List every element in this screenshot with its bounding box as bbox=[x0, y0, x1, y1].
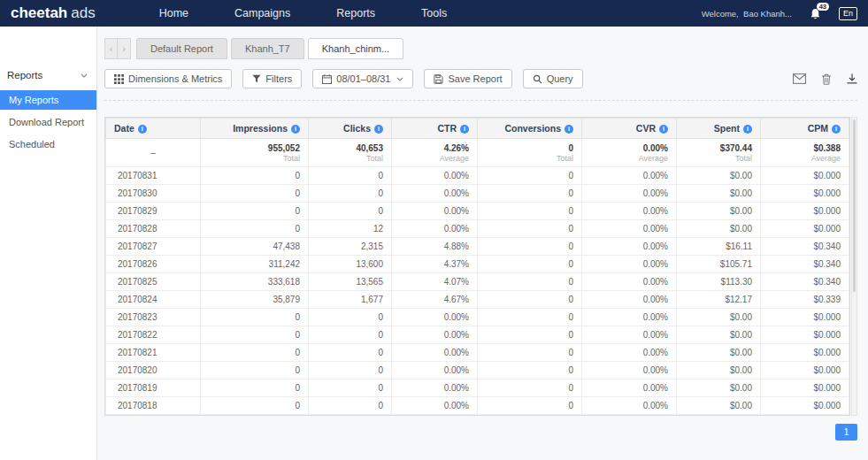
value-cell: 0.00% bbox=[392, 362, 478, 380]
date-cell: 20170822 bbox=[106, 326, 201, 344]
email-report-icon[interactable] bbox=[793, 73, 806, 84]
tab-scroll-left-icon[interactable]: ‹ bbox=[104, 38, 118, 59]
notifications-bell-icon[interactable]: 43 bbox=[810, 8, 821, 19]
table-row: 20170818000.00%00.00%$0.00$0.000 bbox=[106, 397, 849, 415]
tab-default-report[interactable]: Default Report bbox=[136, 38, 227, 59]
info-icon[interactable]: i bbox=[565, 125, 573, 134]
table-row: 20170826311,24213,6004.37%00.00%$105.71$… bbox=[106, 256, 849, 273]
delete-report-icon[interactable] bbox=[821, 73, 832, 85]
language-selector[interactable]: En bbox=[839, 7, 857, 20]
sidebar-section-reports[interactable]: Reports bbox=[0, 65, 96, 85]
value-cell: 0 bbox=[478, 380, 582, 397]
nav-reports[interactable]: Reports bbox=[336, 7, 375, 19]
nav-home[interactable]: Home bbox=[159, 7, 188, 19]
info-icon[interactable]: i bbox=[374, 125, 383, 134]
value-cell: 0.00% bbox=[582, 291, 677, 309]
column-header-cvr[interactable]: CVRi bbox=[582, 119, 677, 139]
column-header-conversions[interactable]: Conversionsi bbox=[478, 119, 582, 139]
table-row: 20170822000.00%00.00%$0.00$0.000 bbox=[106, 326, 849, 344]
calendar-icon bbox=[322, 74, 332, 84]
download-report-icon[interactable] bbox=[847, 73, 857, 84]
value-cell: $0.00 bbox=[677, 309, 761, 326]
value-cell: $0.00 bbox=[677, 397, 761, 415]
value-cell: 0.00% bbox=[582, 309, 677, 326]
column-header-ctr[interactable]: CTRi bbox=[392, 119, 478, 139]
tab-khanh-chinm[interactable]: Khanh_chinm... bbox=[308, 38, 403, 59]
value-cell: 4.07% bbox=[392, 273, 478, 291]
info-icon[interactable]: i bbox=[659, 125, 668, 134]
column-label: Impressions bbox=[233, 123, 288, 134]
value-cell: 35,879 bbox=[201, 291, 309, 309]
nav-tools[interactable]: Tools bbox=[421, 7, 447, 19]
value-cell: 0 bbox=[309, 185, 392, 203]
value-cell: 13,565 bbox=[309, 273, 392, 291]
date-cell: 20170829 bbox=[106, 203, 201, 220]
value-cell: 0 bbox=[309, 203, 392, 220]
brand-bold: cheetah bbox=[11, 4, 67, 21]
value-cell: 0.00% bbox=[582, 326, 677, 344]
value-cell: 0 bbox=[201, 380, 309, 397]
value-cell: 0 bbox=[201, 203, 309, 220]
info-icon[interactable]: i bbox=[460, 125, 469, 134]
value-cell: 0 bbox=[478, 203, 582, 220]
info-icon[interactable]: i bbox=[138, 125, 147, 134]
tab-scroll-right-icon[interactable]: › bbox=[118, 38, 131, 59]
value-cell: $0.000 bbox=[761, 309, 849, 326]
summary-value: $0.388 bbox=[769, 143, 841, 153]
save-report-label: Save Report bbox=[448, 73, 502, 84]
value-cell: $0.00 bbox=[677, 167, 761, 185]
tab-khanh-t7[interactable]: Khanh_T7 bbox=[231, 38, 304, 59]
column-header-clicks[interactable]: Clicksi bbox=[309, 119, 392, 139]
brand-logo[interactable]: cheetahads bbox=[11, 4, 96, 22]
nav-campaigns[interactable]: Campaigns bbox=[234, 7, 290, 19]
value-cell: $0.00 bbox=[677, 362, 761, 380]
table-row: 20170821000.00%00.00%$0.00$0.000 bbox=[106, 344, 849, 362]
value-cell: $0.000 bbox=[761, 220, 849, 238]
info-icon[interactable]: i bbox=[743, 125, 752, 134]
value-cell: $0.000 bbox=[761, 185, 849, 203]
vertical-scrollbar[interactable] bbox=[851, 117, 857, 416]
value-cell: $16.11 bbox=[677, 238, 761, 256]
summary-date-cell: – bbox=[106, 139, 201, 167]
page-1-button[interactable]: 1 bbox=[835, 424, 857, 441]
summary-cell: 0.00%Average bbox=[582, 139, 677, 167]
sidebar-item-my-reports[interactable]: My Reports bbox=[0, 90, 96, 110]
value-cell: 0.00% bbox=[582, 362, 677, 380]
page-layout: Reports My Reports Download Report Sched… bbox=[0, 27, 868, 460]
sidebar-item-scheduled[interactable]: Scheduled bbox=[0, 134, 96, 154]
summary-value: 40,653 bbox=[317, 143, 383, 153]
value-cell: 0 bbox=[201, 397, 309, 415]
column-label: Clicks bbox=[343, 123, 371, 134]
sidebar-item-download-report[interactable]: Download Report bbox=[0, 112, 96, 132]
dimensions-metrics-button[interactable]: Dimensions & Metrics bbox=[104, 69, 232, 88]
table-row: 20170830000.00%00.00%$0.00$0.000 bbox=[106, 185, 849, 203]
summary-aggregation-label: Average bbox=[590, 154, 668, 163]
value-cell: 0 bbox=[478, 344, 582, 362]
report-table-zone: DateiImpressionsiClicksiCTRiConversionsi… bbox=[104, 117, 857, 416]
filters-button[interactable]: Filters bbox=[242, 69, 302, 88]
column-header-date[interactable]: Datei bbox=[106, 119, 201, 139]
column-header-cpm[interactable]: CPMi bbox=[761, 119, 849, 139]
query-button[interactable]: Query bbox=[523, 69, 583, 88]
value-cell: 0 bbox=[201, 326, 309, 344]
value-cell: $12.17 bbox=[677, 291, 761, 309]
column-header-impressions[interactable]: Impressionsi bbox=[201, 119, 309, 139]
scrollbar-thumb[interactable] bbox=[853, 119, 856, 292]
value-cell: $0.000 bbox=[761, 397, 849, 415]
filters-label: Filters bbox=[265, 73, 292, 84]
info-icon[interactable]: i bbox=[832, 125, 841, 134]
date-range-button[interactable]: 08/01–08/31 bbox=[312, 69, 413, 88]
value-cell: $0.000 bbox=[761, 362, 849, 380]
value-cell: $0.000 bbox=[761, 380, 849, 397]
info-icon[interactable]: i bbox=[291, 125, 300, 134]
main-nav: Home Campaigns Reports Tools bbox=[159, 7, 448, 19]
value-cell: 0.00% bbox=[582, 185, 677, 203]
value-cell: 0.00% bbox=[582, 273, 677, 291]
column-header-spent[interactable]: Spenti bbox=[677, 119, 761, 139]
summary-aggregation-label: Average bbox=[769, 154, 841, 163]
summary-cell: $370.44Total bbox=[677, 139, 761, 167]
column-label: Date bbox=[114, 123, 134, 134]
value-cell: 0 bbox=[309, 380, 392, 397]
filter-funnel-icon bbox=[252, 74, 261, 83]
save-report-button[interactable]: Save Report bbox=[424, 69, 511, 88]
